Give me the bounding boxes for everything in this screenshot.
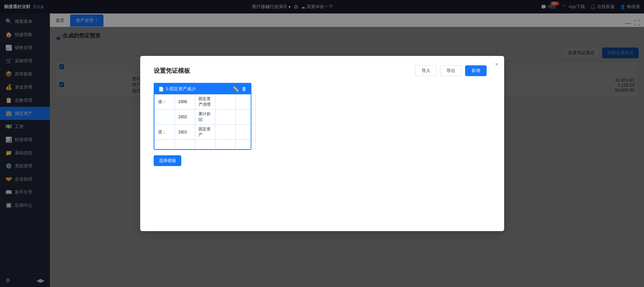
entry-debit — [215, 125, 235, 140]
dialog-set-template: 设置凭证模板 × 导入 导出 新增 📄 5-固定资产减少 ✏️ 🗑 借： — [140, 56, 504, 231]
entry-code: 1606 — [175, 94, 195, 109]
template-entry-row: 借： 1606 固定资产清理 — [154, 94, 255, 109]
template-entry-row: 1602 累计折旧 — [154, 109, 255, 125]
entry-code: 1601 — [175, 125, 195, 140]
dialog-toolbar: 导入 导出 新增 — [415, 65, 487, 76]
new-button[interactable]: 新增 — [465, 65, 487, 76]
select-template-button[interactable]: 选择模板 — [154, 155, 181, 166]
template-edit-icon[interactable]: ✏️ — [233, 86, 239, 92]
template-card-header-left: 📄 5-固定资产减少 — [158, 86, 196, 92]
entry-code: 1602 — [175, 109, 195, 125]
dialog-close-button[interactable]: × — [495, 61, 499, 67]
entry-credit — [235, 125, 255, 140]
template-delete-icon[interactable]: 🗑 — [242, 86, 247, 92]
template-entries-table: 借： 1606 固定资产清理 1602 累计折旧 贷： 1601 固定资产 — [154, 94, 256, 149]
template-card-actions: ✏️ 🗑 — [233, 86, 247, 92]
entry-type: 贷： — [154, 125, 175, 140]
import-button[interactable]: 导入 — [415, 65, 437, 76]
entry-type: 借： — [154, 94, 175, 109]
template-name: 5-固定资产减少 — [166, 86, 196, 92]
template-card: 📄 5-固定资产减少 ✏️ 🗑 借： 1606 固定资产清理 1602 累计折旧 — [154, 83, 251, 150]
select-template-container: 选择模板 — [154, 155, 491, 166]
export-button[interactable]: 导出 — [440, 65, 462, 76]
template-entry-row: 贷： 1601 固定资产 — [154, 125, 255, 140]
dialog-backdrop: 设置凭证模板 × 导入 导出 新增 📄 5-固定资产减少 ✏️ 🗑 借： — [0, 0, 644, 287]
entry-type — [154, 109, 175, 125]
entry-account: 固定资产 — [195, 125, 215, 140]
entry-debit — [215, 109, 235, 125]
entry-account: 固定资产清理 — [195, 94, 215, 109]
entry-credit — [235, 109, 255, 125]
template-entry-empty-row — [154, 140, 255, 149]
entry-credit — [235, 94, 255, 109]
template-doc-icon: 📄 — [158, 87, 164, 92]
template-card-header: 📄 5-固定资产减少 ✏️ 🗑 — [154, 84, 251, 94]
entry-account: 累计折旧 — [195, 109, 215, 125]
entry-debit — [215, 94, 235, 109]
